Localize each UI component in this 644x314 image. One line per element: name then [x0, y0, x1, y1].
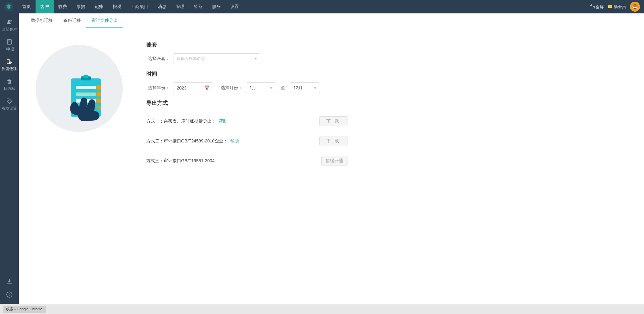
sidebar: 全部客户 0申报 账套迁移 — [0, 13, 19, 304]
illustration-circle — [36, 45, 123, 132]
svg-point-26 — [96, 85, 101, 90]
export-method-3: 方式三：审计接口GB/T19581-2004 暂缓开通 — [146, 151, 347, 171]
account-section-title: 账套 — [146, 42, 347, 49]
nav-bookkeep[interactable]: 记账 — [90, 0, 108, 13]
method1-help-link[interactable]: 帮助 — [219, 119, 227, 124]
form-area: 账套 选择账套： 请输入账套名称 ▾ 时间 选择年份： 2023 � — [146, 38, 347, 294]
tab-audit-export[interactable]: 审计文件导出 — [86, 13, 123, 28]
fullscreen-btn[interactable]: 全屏 — [590, 4, 604, 10]
svg-rect-2 — [590, 4, 592, 5]
sidebar-item-declare[interactable]: 0申报 — [1, 36, 18, 54]
month-start-select[interactable]: 1月 ▾ — [246, 82, 276, 93]
nav-settings[interactable]: 设置 — [225, 0, 244, 13]
content-area: 账套 选择账套： 请输入账套名称 ▾ 时间 选择年份： 2023 � — [19, 28, 644, 304]
sidebar-bottom: ? — [4, 276, 15, 304]
svg-rect-5 — [609, 6, 611, 7]
nav-invoice[interactable]: 票据 — [72, 0, 90, 13]
month-end-select[interactable]: 12月 ▾ — [290, 82, 320, 93]
time-row: 选择年份： 2023 📅 选择月份： 1月 ▾ 至 12月 ▾ — [146, 82, 347, 93]
nav-items: 首页 客户 收费 票据 记账 报税 工商项目 消息 管理 经营 服务 设置 — [17, 0, 590, 13]
export-section-title: 导出方式 — [146, 100, 347, 107]
tab-backup-migrate[interactable]: 备份迁移 — [58, 13, 86, 28]
svg-point-6 — [8, 20, 10, 22]
tabs-bar: 数据包迁移 备份迁移 审计文件导出 — [19, 13, 644, 28]
method2-help-link[interactable]: 帮助 — [230, 138, 239, 143]
sidebar-help-icon[interactable]: ? — [4, 289, 15, 300]
top-nav-right: 全屏 畅会员 🐯 — [590, 2, 640, 12]
to-text: 至 — [279, 85, 286, 91]
year-input[interactable]: 2023 📅 — [173, 82, 213, 93]
svg-point-1 — [8, 8, 9, 9]
svg-rect-22 — [76, 86, 96, 89]
main-content: 数据包迁移 备份迁移 审计文件导出 — [19, 13, 644, 304]
account-row: 选择账套： 请输入账套名称 ▾ — [146, 53, 347, 64]
account-placeholder: 请输入账套名称 — [177, 56, 205, 62]
svg-point-27 — [96, 92, 101, 97]
svg-rect-18 — [7, 283, 12, 284]
method2-download-button[interactable]: 下 载 — [319, 136, 347, 146]
svg-point-7 — [10, 20, 12, 22]
illustration-area — [32, 38, 126, 294]
chevron-down-icon-month-start: ▾ — [270, 85, 272, 90]
account-select[interactable]: 请输入账套名称 ▾ — [173, 53, 260, 64]
top-navigation: 首页 客户 收费 票据 记账 报税 工商项目 消息 管理 经营 服务 设置 全屏… — [0, 0, 644, 13]
user-avatar[interactable]: 🐯 — [630, 2, 640, 12]
chevron-down-icon-month-end: ▾ — [314, 85, 316, 90]
nav-business[interactable]: 工商项目 — [126, 0, 153, 13]
account-label: 选择账套： — [146, 56, 170, 62]
sidebar-item-all-clients[interactable]: 全部客户 — [1, 16, 18, 35]
tab-data-migrate[interactable]: 数据包迁移 — [25, 13, 58, 28]
month-end-value: 12月 — [293, 85, 303, 91]
calendar-icon: 📅 — [204, 85, 210, 90]
svg-point-17 — [8, 100, 9, 101]
sidebar-download-icon[interactable] — [4, 276, 15, 287]
nav-charge[interactable]: 收费 — [54, 0, 72, 13]
svg-text:?: ? — [8, 293, 10, 297]
svg-point-29 — [96, 105, 101, 110]
nav-home[interactable]: 首页 — [17, 0, 36, 13]
month-start-value: 1月 — [250, 85, 256, 91]
method2-label: 方式二：审计接口GB/T24589-2010企业： 帮助 — [146, 138, 319, 144]
sidebar-item-trash[interactable]: 回收站 — [1, 75, 18, 94]
sidebar-item-migrate[interactable]: 账套迁移 — [1, 56, 18, 74]
svg-rect-3 — [593, 7, 595, 8]
svg-rect-23 — [76, 92, 96, 96]
year-value: 2023 — [177, 85, 186, 90]
nav-service[interactable]: 服务 — [207, 0, 225, 13]
sidebar-item-tag[interactable]: 标签设置 — [1, 95, 18, 114]
nav-manage[interactable]: 管理 — [171, 0, 189, 13]
svg-rect-31 — [84, 75, 88, 78]
method1-download-button[interactable]: 下 载 — [319, 116, 347, 126]
method3-label: 方式三：审计接口GB/T19581-2004 — [146, 158, 321, 164]
method3-coming-soon-button[interactable]: 暂缓开通 — [321, 156, 347, 166]
month-label: 选择月份： — [221, 85, 243, 91]
svg-point-28 — [96, 99, 101, 103]
chevron-down-icon: ▾ — [255, 57, 257, 61]
time-section-title: 时间 — [146, 71, 347, 78]
year-label: 选择年份： — [146, 85, 170, 91]
app-logo — [3, 1, 15, 13]
nav-tax[interactable]: 报税 — [108, 0, 126, 13]
taskbar-chrome-item[interactable]: 线索 - Google Chrome — [3, 306, 46, 313]
main-layout: 全部客户 0申报 账套迁移 — [0, 13, 644, 304]
export-method-1: 方式一：余额表、序时账批量导出： 帮助 下 载 — [146, 112, 347, 131]
nav-client[interactable]: 客户 — [36, 0, 54, 13]
nav-operate[interactable]: 经营 — [189, 0, 207, 13]
method1-label: 方式一：余额表、序时账批量导出： 帮助 — [146, 118, 319, 124]
nav-message[interactable]: 消息 — [153, 0, 171, 13]
taskbar: 线索 - Google Chrome — [0, 304, 644, 314]
export-method-2: 方式二：审计接口GB/T24589-2010企业： 帮助 下 载 — [146, 131, 347, 151]
svg-rect-12 — [7, 60, 10, 64]
member-btn[interactable]: 畅会员 — [608, 4, 626, 10]
